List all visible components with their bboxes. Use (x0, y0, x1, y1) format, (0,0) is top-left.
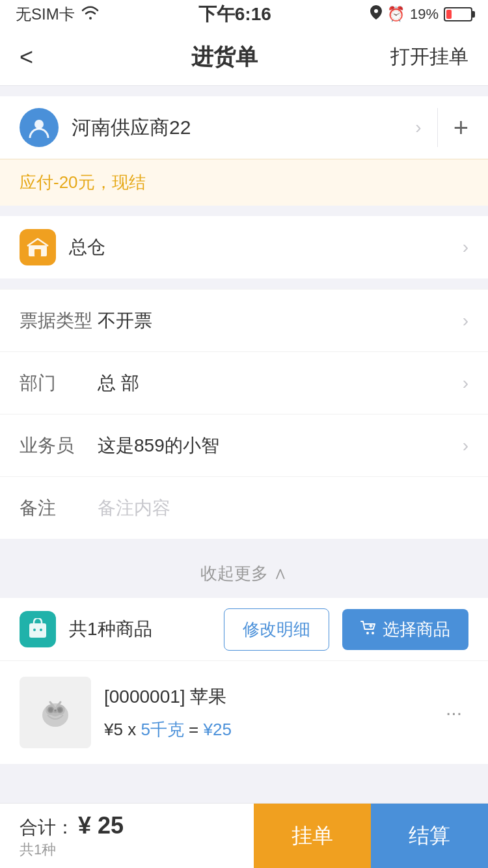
product-price: ¥5 x 5千克 = ¥25 (104, 718, 426, 741)
supplier-avatar (20, 108, 59, 147)
svg-point-13 (49, 708, 53, 712)
invoice-type-value: 不开票 (98, 308, 463, 333)
note-label: 备注 (20, 496, 98, 521)
cart-icon (360, 619, 377, 640)
supplier-row[interactable]: 河南供应商22 › + (0, 96, 488, 159)
product-count-label: 共1种商品 (69, 617, 211, 642)
select-product-button[interactable]: 选择商品 (342, 609, 468, 650)
salesperson-row[interactable]: 业务员 这是859的小智 › (0, 414, 488, 476)
status-left: 无SIM卡 (16, 4, 100, 25)
invoice-type-chevron-icon: › (463, 310, 468, 331)
battery-fill (446, 10, 452, 19)
select-product-label: 选择商品 (383, 618, 450, 641)
supplier-section: 河南供应商22 › + 应付-20元，现结 (0, 96, 488, 206)
warehouse-name: 总仓 (69, 235, 463, 260)
bottom-bar: 合计： ¥ 25 共1种 挂单 结算 (0, 803, 488, 868)
svg-point-0 (34, 120, 44, 129)
status-bar: 无SIM卡 下午6:16 ⏰ 19% (0, 0, 488, 29)
vertical-divider (437, 108, 438, 147)
battery-percent: 19% (410, 6, 439, 23)
department-label: 部门 (20, 371, 98, 396)
open-pending-button[interactable]: 打开挂单 (390, 44, 468, 70)
add-supplier-button[interactable]: + (454, 113, 468, 142)
salesperson-value: 这是859的小智 (98, 433, 463, 458)
total-amount: ¥ 25 (78, 812, 124, 839)
product-item: [0000001] 苹果 ¥5 x 5千克 = ¥25 ··· (0, 660, 488, 764)
battery-icon (444, 7, 472, 21)
edit-detail-button[interactable]: 修改明细 (224, 608, 329, 651)
product-more-button[interactable]: ··· (439, 695, 468, 730)
svg-point-7 (372, 632, 374, 634)
invoice-type-label: 票据类型 (20, 308, 98, 333)
note-row[interactable]: 备注 备注内容 (0, 476, 488, 539)
svg-point-17 (55, 710, 57, 712)
location-icon (370, 5, 382, 23)
collapse-bar[interactable]: 收起更多 ∧ (0, 549, 488, 598)
invoice-type-row[interactable]: 票据类型 不开票 › (0, 289, 488, 351)
product-section-icon (20, 611, 56, 647)
qty-text: 5千克 (141, 720, 183, 739)
payment-notice: 应付-20元，现结 (0, 159, 488, 206)
nav-bar: < 进货单 打开挂单 (0, 29, 488, 86)
checkout-button[interactable]: 结算 (371, 804, 488, 868)
product-thumbnail (20, 677, 91, 748)
salesperson-chevron-icon: › (463, 435, 468, 456)
status-right: ⏰ 19% (370, 5, 472, 23)
product-info: [0000001] 苹果 ¥5 x 5千克 = ¥25 (104, 685, 426, 741)
svg-point-5 (40, 629, 42, 631)
svg-point-14 (58, 708, 62, 712)
total-text: ¥25 (203, 720, 231, 739)
note-placeholder: 备注内容 (98, 496, 468, 521)
alarm-icon: ⏰ (387, 6, 405, 23)
hang-button[interactable]: 挂单 (254, 804, 371, 868)
equals-text: = (184, 720, 204, 739)
warehouse-chevron-icon: › (463, 237, 468, 258)
svg-rect-3 (29, 623, 46, 638)
warehouse-icon-wrap (20, 229, 56, 265)
wifi-icon (81, 5, 100, 23)
status-time: 下午6:16 (198, 2, 271, 27)
warehouse-section: 总仓 › (0, 216, 488, 278)
salesperson-label: 业务员 (20, 433, 98, 458)
page-title: 进货单 (191, 42, 258, 72)
svg-point-4 (33, 629, 36, 631)
back-button[interactable]: < (20, 44, 59, 71)
total-label: 合计： (20, 815, 74, 840)
svg-point-6 (366, 632, 369, 634)
department-value: 总 部 (98, 371, 463, 396)
product-section: 共1种商品 修改明细 选择商品 (0, 598, 488, 764)
warehouse-row[interactable]: 总仓 › (0, 216, 488, 278)
carrier-text: 无SIM卡 (16, 4, 75, 25)
product-header: 共1种商品 修改明细 选择商品 (0, 598, 488, 660)
department-row[interactable]: 部门 总 部 › (0, 351, 488, 414)
total-area: 合计： ¥ 25 共1种 (0, 804, 254, 868)
form-section: 票据类型 不开票 › 部门 总 部 › 业务员 这是859的小智 › 备注 备注… (0, 289, 488, 539)
total-sub-label: 共1种 (20, 840, 234, 860)
product-name: [0000001] 苹果 (104, 685, 426, 709)
price-text: ¥5 x (104, 720, 141, 739)
department-chevron-icon: › (463, 373, 468, 394)
supplier-chevron-icon: › (415, 117, 421, 138)
supplier-name: 河南供应商22 (72, 115, 415, 141)
svg-rect-2 (34, 249, 41, 256)
